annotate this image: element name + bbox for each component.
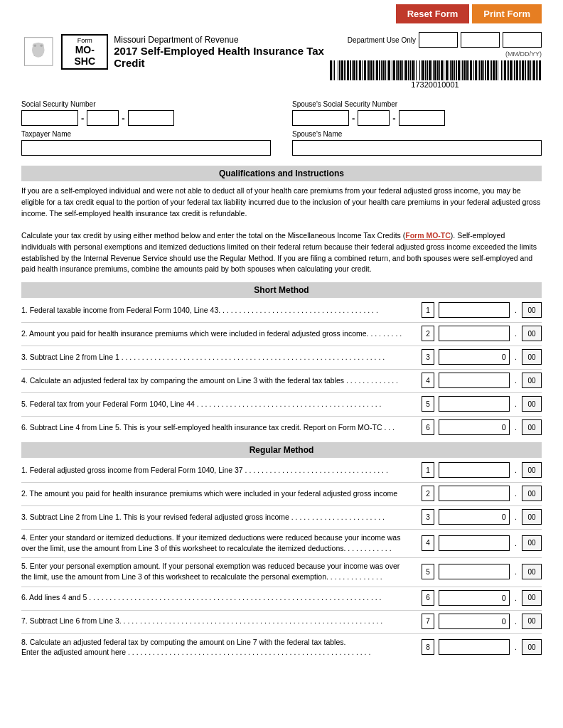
line-input-1[interactable]	[439, 462, 510, 478]
line-item: 7. Subtract Line 6 from Line 3. . . . . …	[21, 614, 542, 629]
svg-rect-26	[368, 60, 370, 80]
form-title: 2017 Self-Employed Health Insurance Tax …	[114, 45, 328, 69]
svg-rect-93	[508, 60, 509, 80]
svg-rect-29	[375, 60, 375, 80]
line-input-7[interactable]	[439, 614, 510, 629]
spouse-ssn-part1[interactable]	[292, 110, 349, 126]
svg-rect-46	[410, 60, 411, 80]
svg-rect-9	[333, 60, 333, 80]
cents-box: 00	[522, 614, 542, 629]
line-text-part2: the limit, use the amount from Line 3 of…	[21, 572, 417, 582]
spouse-ssn-part3[interactable]	[399, 110, 445, 126]
line-input-5[interactable]	[439, 564, 510, 579]
dept-box-2[interactable]	[461, 32, 500, 48]
svg-rect-65	[450, 60, 451, 80]
line-item: 4. Enter your standard or itemized deduc…	[21, 532, 542, 553]
line-item: 1. Federal adjusted gross income from Fe…	[21, 462, 542, 478]
regular-method-lines: 1. Federal adjusted gross income from Fe…	[21, 462, 542, 658]
short-method-header: Short Method	[21, 282, 542, 298]
decimal-dot: .	[515, 489, 517, 498]
line-input-4[interactable]	[439, 535, 510, 551]
svg-rect-89	[501, 60, 502, 80]
line-input-5[interactable]	[439, 396, 510, 412]
print-button[interactable]: Print Form	[472, 4, 542, 23]
line-input-3[interactable]	[439, 509, 510, 525]
ssn-inputs: - -	[21, 110, 271, 126]
svg-rect-77	[475, 60, 477, 80]
cents-box: 00	[522, 419, 542, 435]
svg-rect-61	[441, 60, 443, 80]
svg-rect-88	[498, 60, 498, 80]
line-input-3[interactable]	[439, 349, 510, 365]
ssn-dash2: -	[122, 113, 124, 124]
svg-rect-106	[536, 60, 537, 80]
spouse-ssn-dash1: -	[352, 113, 355, 124]
spouse-name-input[interactable]	[292, 140, 542, 156]
svg-rect-49	[416, 60, 417, 80]
mmddyy-label: (MM/DD/YY)	[505, 50, 542, 58]
ssn-part3[interactable]	[128, 110, 174, 126]
svg-rect-97	[516, 60, 518, 80]
line-input-2[interactable]	[439, 486, 510, 501]
cents-box: 00	[522, 486, 542, 501]
form-badge: Form MO-SHC	[61, 34, 108, 70]
svg-rect-78	[478, 60, 478, 80]
svg-rect-56	[431, 60, 432, 80]
line-item: 2. Amount you paid for health insurance …	[21, 326, 542, 341]
line-text: 4. Enter your standard or itemized deduc…	[21, 532, 417, 553]
svg-rect-100	[522, 60, 524, 80]
svg-rect-43	[404, 60, 404, 80]
svg-rect-80	[481, 60, 483, 80]
spouse-ssn-part2[interactable]	[358, 110, 390, 126]
cents-box: 00	[522, 564, 542, 579]
svg-rect-55	[429, 60, 431, 80]
svg-rect-45	[408, 60, 409, 80]
line-input-4[interactable]	[439, 373, 510, 388]
svg-rect-23	[362, 60, 363, 80]
svg-rect-51	[421, 60, 422, 80]
svg-rect-62	[444, 60, 444, 80]
line-input-2[interactable]	[439, 326, 510, 341]
taxpayer-name-input[interactable]	[21, 140, 271, 156]
svg-rect-38	[393, 60, 395, 80]
svg-rect-47	[412, 60, 414, 80]
line-text-part1: 5. Enter your personal exemption amount.…	[21, 561, 417, 572]
line-text: 5. Enter your personal exemption amount.…	[21, 561, 417, 582]
dept-box-3[interactable]	[503, 32, 542, 48]
line-input-1[interactable]	[439, 302, 510, 318]
svg-rect-33	[382, 60, 385, 80]
qualifications-header: Qualifications and Instructions	[21, 166, 542, 181]
cents-box: 00	[522, 639, 542, 655]
svg-rect-83	[487, 60, 489, 80]
svg-rect-44	[405, 60, 407, 80]
form-id: MO-SHC	[67, 44, 102, 67]
line-input-6[interactable]	[439, 419, 510, 435]
svg-rect-104	[532, 60, 532, 80]
svg-rect-28	[373, 60, 374, 80]
line-item: 3. Subtract Line 2 from Line 1. This is …	[21, 509, 542, 525]
line-input-6[interactable]	[439, 590, 510, 606]
line-input-8[interactable]	[439, 639, 510, 655]
svg-rect-32	[381, 60, 382, 80]
svg-rect-16	[347, 60, 349, 80]
svg-rect-75	[470, 60, 472, 80]
svg-rect-21	[358, 60, 358, 80]
form-mo-tc-link[interactable]: Form MO-TC	[405, 231, 451, 240]
svg-rect-95	[513, 60, 513, 80]
svg-rect-64	[449, 60, 449, 80]
ssn-part1[interactable]	[21, 110, 78, 126]
svg-rect-67	[454, 60, 455, 80]
line-item: 5. Enter your personal exemption amount.…	[21, 561, 542, 582]
svg-rect-98	[519, 60, 520, 80]
reset-button[interactable]: Reset Form	[396, 4, 470, 23]
cents-box: 00	[522, 349, 542, 365]
form-badge-label: Form	[67, 37, 102, 44]
ssn-part2[interactable]	[87, 110, 119, 126]
svg-rect-35	[387, 60, 387, 80]
decimal-dot: .	[515, 567, 517, 576]
line-text: 1. Federal taxable income from Federal F…	[21, 305, 417, 316]
dept-box-1[interactable]	[419, 32, 458, 48]
qual-para2: Calculate your tax credit by using eithe…	[21, 230, 542, 275]
line-item: 2. The amount you paid for health insura…	[21, 486, 542, 501]
svg-rect-52	[422, 60, 424, 80]
